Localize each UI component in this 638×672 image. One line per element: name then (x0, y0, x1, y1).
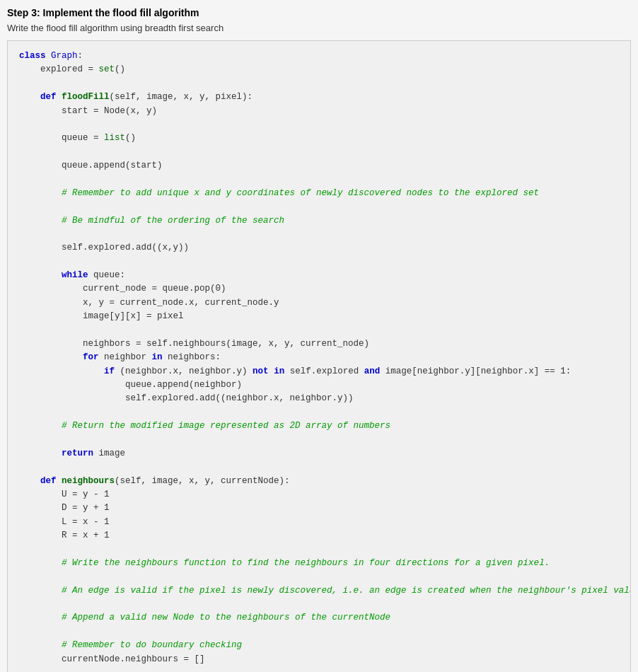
page-subtitle: Write the flood fill algorithm using bre… (7, 23, 631, 33)
page-title: Step 3: Implement the flood fill algorit… (7, 7, 631, 18)
code-block: class Graph: explored = set() def floodF… (7, 40, 631, 672)
